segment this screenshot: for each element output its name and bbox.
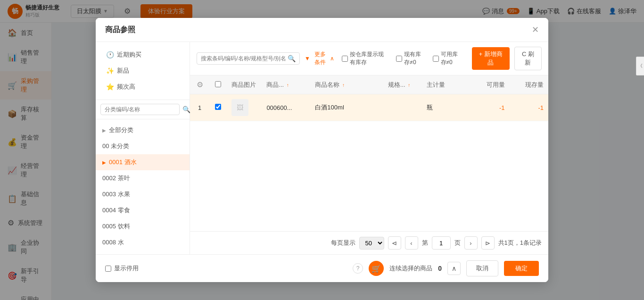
row-num: 1 <box>190 94 209 121</box>
filter-label: 更多条件 <box>312 50 329 67</box>
sort-spec-icon[interactable]: ↑ <box>408 83 410 88</box>
expand-icon: ▶ <box>102 128 106 133</box>
available-stock-checkbox[interactable] <box>433 56 439 62</box>
expand-icon: ▶ <box>102 160 106 165</box>
category-item-0010[interactable]: 0010 家电 <box>96 250 190 254</box>
filter-button[interactable]: ▼ 更多条件 ∧ <box>305 50 334 67</box>
checkbox2-label: 现有库存≠0 <box>404 50 426 67</box>
per-page-label: 每页显示 <box>331 239 355 247</box>
quick-link-label: 新品 <box>117 67 129 75</box>
category-label: 0002 茶叶 <box>102 174 130 183</box>
disabled-checkbox[interactable] <box>105 266 111 272</box>
cancel-button[interactable]: 取消 <box>466 260 498 276</box>
category-label: 0003 水果 <box>102 190 130 199</box>
star-icon: ⭐ <box>106 83 114 91</box>
row-available: -1 <box>461 94 510 121</box>
last-page-button[interactable]: ⊳ <box>481 236 495 250</box>
collapse-footer-button[interactable]: ∧ <box>447 262 461 275</box>
product-reference-modal: 商品参照 ✕ 🕐 近期购买 ✨ 新品 <box>96 18 548 282</box>
table-header-row: ⚙ 商品图片 商品... ↑ <box>190 75 548 94</box>
checkbox-available-stock[interactable]: 可用库存≠0 <box>433 50 462 67</box>
show-disabled-checkbox[interactable]: 显示停用 <box>105 264 139 273</box>
column-settings-icon[interactable]: ⚙ <box>197 81 203 89</box>
category-item-0[interactable]: 00 未分类 <box>96 138 190 154</box>
checkbox1-label: 按仓库显示现有库存 <box>350 50 389 67</box>
category-item-0005[interactable]: 0005 饮料 <box>96 218 190 234</box>
product-table-container: ⚙ 商品图片 商品... ↑ <box>190 75 548 231</box>
category-item-all[interactable]: ▶ 全部分类 <box>96 122 190 138</box>
col-header-spec: 规格... ↑ <box>383 75 422 94</box>
shopping-cart-icon: 🛒 <box>372 264 381 273</box>
row-unit: 瓶 <box>422 94 461 121</box>
category-label: 全部分类 <box>109 126 133 134</box>
product-search-input[interactable] <box>201 55 286 62</box>
category-item-0008[interactable]: 0008 水 <box>96 234 190 250</box>
confirm-button[interactable]: 确定 <box>504 261 539 276</box>
left-panel: 🕐 近期购买 ✨ 新品 ⭐ 频次高 《 <box>96 42 190 254</box>
category-item-0002[interactable]: 0002 茶叶 <box>96 170 190 186</box>
quick-link-new[interactable]: ✨ 新品 <box>100 63 185 79</box>
row-name: 白酒100ml <box>310 94 383 121</box>
category-item-0001[interactable]: ▶ 0001 酒水 <box>96 154 190 170</box>
prev-page-button[interactable]: ‹ <box>405 236 418 250</box>
category-search: 🔍 <box>96 100 190 119</box>
warehouse-stock-checkbox[interactable] <box>342 56 348 62</box>
row-check <box>209 94 227 121</box>
category-label: 0001 酒水 <box>109 158 137 167</box>
category-item-0004[interactable]: 0004 零食 <box>96 202 190 218</box>
modal-footer: 显示停用 ? 🛒 连续选择的商品 0 ∧ 取消 确定 <box>96 254 548 282</box>
quick-link-frequent[interactable]: ⭐ 频次高 <box>100 79 185 95</box>
modal-header: 商品参照 ✕ <box>96 18 548 42</box>
show-disabled-label: 显示停用 <box>114 264 139 273</box>
category-label: 00 未分类 <box>102 142 129 150</box>
toolbar: 🔍 ▼ 更多条件 ∧ 按仓库显示现有库存 现 <box>190 42 548 75</box>
pagination: 每页显示 50 ⊲ ‹ 第 页 › ⊳ 共1页，1条记录 <box>190 231 548 254</box>
category-item-0003[interactable]: 0003 水果 <box>96 186 190 202</box>
product-table: ⚙ 商品图片 商品... ↑ <box>190 75 548 121</box>
col-header-settings: ⚙ <box>190 75 209 94</box>
search-box: 🔍 <box>197 52 300 65</box>
row-code: 000600... <box>262 94 310 121</box>
search-icon[interactable]: 🔍 <box>288 55 296 62</box>
quick-link-recent[interactable]: 🕐 近期购买 <box>100 47 185 63</box>
cart-icon: 🛒 <box>369 261 384 276</box>
table-row[interactable]: 1 🖼 000600... 白酒100ml <box>190 94 548 121</box>
category-search-icon[interactable]: 🔍 <box>182 106 190 113</box>
per-page-select[interactable]: 50 <box>359 237 384 250</box>
category-label: 0004 零食 <box>102 206 130 215</box>
image-icon: 🖼 <box>237 104 243 111</box>
select-all-checkbox[interactable] <box>215 81 221 87</box>
continuous-selection-label: 连续选择的商品 <box>389 264 432 273</box>
sort-code-icon[interactable]: ↑ <box>287 83 289 88</box>
checkbox-current-stock[interactable]: 现有库存≠0 <box>396 50 426 67</box>
pagination-total: 共1页，1条记录 <box>498 239 542 247</box>
filter-icon: ▼ <box>305 55 310 62</box>
category-search-input[interactable] <box>100 104 180 115</box>
sort-name-icon[interactable]: ↑ <box>342 83 345 88</box>
refresh-button[interactable]: C 刷新 <box>514 47 542 70</box>
quick-link-label: 近期购买 <box>117 50 141 59</box>
checkbox3-label: 可用库存≠0 <box>441 50 462 67</box>
col-header-code: 商品... ↑ <box>262 75 310 94</box>
new-icon: ✨ <box>106 67 114 75</box>
quick-links-list: 🕐 近期购买 ✨ 新品 ⭐ 频次高 <box>100 47 185 95</box>
modal-close-button[interactable]: ✕ <box>532 25 539 35</box>
next-page-button[interactable]: › <box>464 236 478 250</box>
current-stock-checkbox[interactable] <box>396 56 402 62</box>
page-label: 第 <box>422 239 428 247</box>
modal-body: 🕐 近期购买 ✨ 新品 ⭐ 频次高 《 <box>96 42 548 254</box>
right-panel: 🔍 ▼ 更多条件 ∧ 按仓库显示现有库存 现 <box>190 42 548 254</box>
category-label: 0005 饮料 <box>102 222 130 231</box>
category-list: ▶ 全部分类 00 未分类 ▶ 0001 酒水 0002 茶叶 0003 水果 <box>96 119 190 254</box>
add-product-button[interactable]: + 新增商品 <box>472 47 510 70</box>
col-header-available: 可用量 <box>461 75 510 94</box>
help-icon[interactable]: ? <box>353 263 363 274</box>
col-header-name: 商品名称 ↑ <box>310 75 383 94</box>
first-page-button[interactable]: ⊲ <box>388 236 401 250</box>
col-header-stock: 现存量 <box>510 75 548 94</box>
checkbox-warehouse-stock[interactable]: 按仓库显示现有库存 <box>342 50 389 67</box>
row-checkbox[interactable] <box>215 104 221 110</box>
modal-overlay: 商品参照 ✕ 🕐 近期购买 ✨ 新品 <box>0 0 644 300</box>
page-input[interactable] <box>432 236 451 250</box>
clock-icon: 🕐 <box>106 51 114 58</box>
